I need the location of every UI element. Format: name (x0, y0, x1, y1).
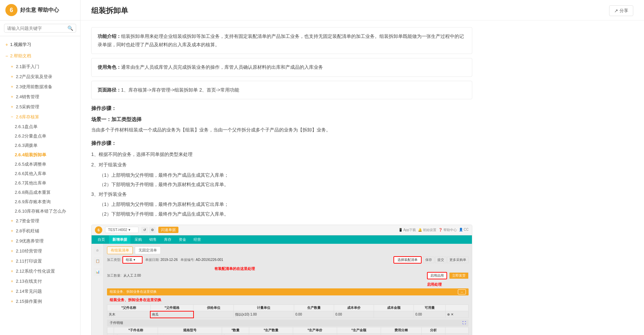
ss-more-btn[interactable]: 更多采购单 (447, 257, 469, 263)
sidebar-item-docs[interactable]: − 2.帮助文档 (0, 50, 80, 62)
share-button[interactable]: ↗ 分享 (609, 5, 633, 16)
sidebar-item-inventory-2-6-4[interactable]: 2.6.4组装拆卸单 (0, 150, 80, 160)
ss-action-btns: 保存 提交 更多采购单 (423, 257, 469, 263)
ss-nav-inventory[interactable]: 库存 (161, 235, 175, 244)
sidebar-item-inventory-2-6-5[interactable]: 2.6.5成本调整单 (0, 160, 80, 169)
ss-submit-btn[interactable]: 提交 (435, 257, 446, 263)
sidebar-item-cases[interactable]: + 2.15操作案例 (0, 296, 80, 306)
ss-expand-icon[interactable]: ↔ (458, 289, 466, 294)
search-icon[interactable]: 🔍 (67, 25, 73, 31)
sidebar-item-settings[interactable]: + 2.12系统个性化设置 (0, 266, 80, 276)
ss-nav-finance[interactable]: 资金 (175, 235, 190, 244)
sidebar-item-inventory-2-6-1[interactable]: 2.6.1盘点单 (0, 122, 80, 131)
ss-enable-select[interactable]: 启用品用 (427, 272, 447, 279)
ss-nav-home[interactable]: 自页 (94, 235, 108, 244)
ss-nav-ops[interactable]: 经营 (190, 235, 204, 244)
ss-field-type: 加工类型: 组装 ▾ (107, 256, 143, 264)
sidebar-item-faq[interactable]: + 2.14常见问题 (0, 286, 80, 296)
annotation3-text: 启用处理 (427, 282, 442, 286)
sidebar-item-inventory-2-6-7[interactable]: 2.6.7其他出库单 (0, 178, 80, 188)
sidebar-item-payment[interactable]: + 2.13在线支付 (0, 276, 80, 286)
ss-fullscreen-icon[interactable]: ⛶ (463, 321, 466, 325)
plus-icon: + (11, 259, 13, 264)
ss-new-doc-btn[interactable]: 闪速单据 (158, 227, 178, 233)
main-content: 组装拆卸单 ↗ 分享 功能介绍：组装拆卸单用来处理企业组装或拆卸等加工业务，支持… (80, 0, 644, 335)
sidebar-item-inventory-2-6-10[interactable]: 2.6.10库存账本错了怎么办 (0, 207, 80, 216)
ss-bom-select[interactable]: 选择装配清单 (393, 256, 422, 264)
sidebar-item-video[interactable]: + 1.视频学习 (0, 39, 80, 50)
path-label: 页面路径： (98, 87, 121, 93)
scene1-desc: 当由多个子件材料组装成一个成品的业务为【组装】业务，当由一个父件拆分成多个子产品… (91, 125, 472, 134)
logo-text: 好生意 帮助中心 (20, 7, 59, 14)
ss-top-bar: 6 TEST-H002 ▾ ↺ ⚙ 闪速单据 📱 App下载 🔔 初始设置 ❓ … (92, 225, 472, 235)
ss-nav-new[interactable]: 新增单据 (109, 235, 130, 244)
plus-icon: + (11, 104, 13, 109)
sidebar-item-docs-label: 2.帮助文档 (10, 53, 31, 59)
ss-left-icon-1: ☆ (94, 246, 102, 255)
sidebar-item-purchase[interactable]: + 2.5采购管理 (0, 102, 80, 112)
ss-field-date: 单据日期: 2019-12-26 (145, 258, 178, 262)
step-2-sub1: （1）上部明细为父件明细，最终作为产成品生成其它入库单； (99, 171, 472, 180)
step-3: 3、对于拆装业务 (91, 190, 472, 199)
step-3-sub2: （2）下部明细为子件明细，最终作为产成品生成其它入库单。 (99, 210, 472, 219)
ss-company-select: TEST-H002 ▾ (105, 227, 139, 233)
sidebar-item-inventory-2-6-2[interactable]: 2.6.2分量盘点单 (0, 131, 80, 141)
function-intro-text: 组装拆卸单用来处理企业组装或拆卸等加工业务，支持有固定装配清单的产品加工业务，也… (98, 34, 464, 47)
scene1-title: 场景一：加工类型选择 (91, 116, 472, 123)
ss-annotation1-row: 有装配清单的在这里处理 (107, 266, 469, 271)
sidebar-item-mobile[interactable]: + 2.8手机旺铺 (0, 226, 80, 236)
ss-tab-guding[interactable]: 有组装清单 (107, 246, 133, 254)
sidebar-item-sales[interactable]: + 2.4销售管理 (0, 92, 80, 102)
plus-icon: + (11, 289, 13, 294)
sidebar-item-inventory-2-6-6[interactable]: 2.6.6其他入库单 (0, 169, 80, 178)
plus-icon: + (11, 64, 13, 69)
sidebar-item-finance[interactable]: + 2.7资金管理 (0, 216, 80, 226)
sidebar-item-data-prep[interactable]: + 2.3使用前数据准备 (0, 82, 80, 92)
share-label: 分享 (620, 8, 628, 14)
role-block: 使用角色：通常由生产人员或库管人员完成拆装业务的操作，库管人员确认原材料的出库和… (91, 58, 472, 76)
plus-icon: + (11, 84, 13, 89)
role-text: 通常由生产人员或库管人员完成拆装业务的操作，库管人员确认原材料的出库和产成品的入… (121, 64, 323, 70)
sidebar-item-install[interactable]: + 2.2产品安装及登录 (0, 72, 80, 82)
ss-tab-free[interactable]: 无固定清单 (135, 246, 161, 254)
sidebar-item-newbie[interactable]: + 2.1新手入门 (0, 62, 80, 72)
ss-field-num: 单据编号: AD-20191226-001 (180, 258, 223, 262)
annotation1-text: 有装配清单的在这里处理 (214, 267, 255, 271)
ss-type-select[interactable]: 组装 ▾ (122, 256, 143, 264)
plus-icon: + (11, 218, 13, 223)
plus-icon: + (11, 74, 13, 79)
screenshot-container: 6 TEST-H002 ▾ ↺ ⚙ 闪速单据 📱 App下载 🔔 初始设置 ❓ … (91, 225, 472, 335)
ss-confirm-btn[interactable]: 立即发货 (449, 272, 469, 279)
sidebar-item-inventory[interactable]: − 2.6库存核算 (0, 112, 80, 122)
sidebar-item-video-label: 1.视频学习 (10, 42, 31, 48)
ss-form-area: 有组装清单 无固定清单 加工类型: 组装 ▾ 单据日期: 2019-12- (104, 244, 472, 335)
search-area: 🔍 (0, 20, 80, 36)
sidebar-item-inventory-2-6-3[interactable]: 2.6.3调拨单 (0, 141, 80, 150)
search-input[interactable] (7, 26, 67, 31)
sidebar-item-coupon[interactable]: + 2.9优惠券管理 (0, 236, 80, 246)
nav-section-2: − 2.帮助文档 + 2.1新手入门 + 2.2产品安装及登录 + 2.3使用前… (0, 50, 80, 306)
ss-left-icon-2: 📋 (94, 257, 102, 265)
page-header: 组装拆卸单 ↗ 分享 (80, 0, 644, 20)
ss-save-btn[interactable]: 保存 (423, 257, 434, 263)
plus-icon: + (11, 269, 13, 274)
sidebar-item-inventory-2-6-8[interactable]: 2.6.8商品成本重算 (0, 188, 80, 197)
sidebar-item-print[interactable]: + 2.11打印设置 (0, 256, 80, 266)
plus-icon: + (11, 94, 13, 99)
sidebar-item-inventory-2-6-9[interactable]: 2.6.9库存账本查询 (0, 197, 80, 207)
ss-upper-table: *父件名称 *父件规格 供给单位 计量单位 生产数量 成本单价 成本金额 可用量 (107, 304, 469, 318)
minus-icon: − (11, 114, 13, 119)
ss-nav-sales[interactable]: 销售 (146, 235, 160, 244)
step-2-sub2: （2）下部明细为子件明细，最终作为原材料生成其它出库单。 (99, 180, 472, 189)
ss-refresh-icon: ↺ (141, 227, 148, 233)
ss-logo: 6 (95, 226, 102, 234)
plus-icon: + (11, 279, 13, 284)
path-text: 1、库存核算->库存管理->组装拆卸单 2、首页->常用功能 (121, 87, 239, 93)
nav-sub-items-docs: + 2.1新手入门 + 2.2产品安装及登录 + 2.3使用前数据准备 + 2.… (0, 62, 80, 306)
ss-annotation1-area: 选择装配清单 保存 提交 更多采购单 (393, 256, 469, 264)
sidebar-item-ops[interactable]: + 2.10经营管理 (0, 246, 80, 256)
ss-nav-purchase[interactable]: 采购 (131, 235, 145, 244)
sidebar: 6 好生意 帮助中心 🔍 + 1.视频学习 − 2.帮助文档 + 2.1新手入 (0, 0, 80, 335)
step-2: 2、对于组装业务 (91, 160, 472, 169)
ss-annotation2-row: 组装业务、拆卸业务在这里切换 (107, 297, 469, 302)
